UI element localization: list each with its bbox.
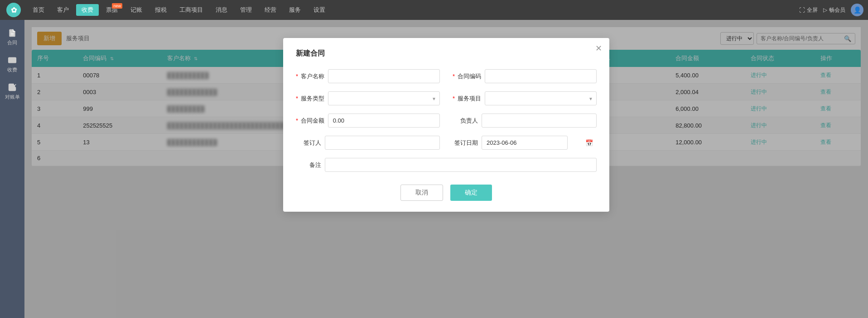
modal-close-button[interactable]: ✕ [595, 44, 602, 52]
service-type-select[interactable] [328, 91, 440, 105]
nav-menu: 首页 客户 收费 票据 new 记账 报税 工商项目 消息 管理 经营 [27, 4, 799, 16]
modal-title: 新建合同 [296, 49, 597, 58]
nav-item-customer[interactable]: 客户 [52, 4, 74, 16]
nav-item-message[interactable]: 消息 [210, 4, 233, 16]
nav-item-tax[interactable]: 报税 [149, 4, 172, 16]
play-icon: ▷ [823, 7, 827, 13]
fullscreen-button[interactable]: ⛶ 全屏 [799, 6, 818, 14]
modal-overlay: 新建合同 ✕ * 客户名称 * 合同编码 [24, 20, 868, 318]
fullscreen-icon: ⛶ [799, 7, 805, 14]
sign-date-field: 签订日期 2023-06-06 📅 [453, 136, 597, 150]
svg-rect-2 [9, 57, 16, 63]
contract-amount-input[interactable]: 0.00 [328, 114, 440, 128]
nav-item-bookkeeping[interactable]: 记账 [125, 4, 148, 16]
sidebar-item-statement[interactable]: 对账单 [1, 79, 24, 104]
sidebar: 合同 收费 对账单 [0, 20, 24, 318]
main-layout: 合同 收费 对账单 新增 服务项目 进行中 已完成 已终止 [0, 20, 868, 318]
nav-item-operation[interactable]: 经营 [259, 4, 282, 16]
confirm-button[interactable]: 确定 [450, 185, 492, 201]
nav-item-home[interactable]: 首页 [27, 4, 50, 16]
responsible-field: 负责人 [453, 114, 597, 128]
service-type-field: * 服务类型 ▼ [296, 91, 440, 105]
avatar-icon: 👤 [854, 6, 861, 14]
top-navigation: ✿ 首页 客户 收费 票据 new 记账 报税 工商项目 消息 管理 [0, 0, 868, 20]
contract-no-field: * 合同编码 [453, 69, 597, 83]
signer-input[interactable] [325, 136, 440, 150]
statement-icon [7, 82, 17, 92]
modal-footer: 取消 确定 [296, 185, 597, 201]
nav-item-settings[interactable]: 设置 [308, 4, 331, 16]
customer-name-field: * 客户名称 [296, 69, 440, 83]
sign-date-input[interactable]: 2023-06-06 [482, 136, 568, 150]
content-area: 新增 服务项目 进行中 已完成 已终止 🔍 序号 [24, 20, 868, 318]
remark-field: 备注 [296, 158, 597, 172]
avatar[interactable]: 👤 [851, 4, 863, 16]
sidebar-item-fee[interactable]: 收费 [1, 52, 24, 77]
modal-form: * 客户名称 * 合同编码 [296, 69, 597, 172]
sidebar-item-contract[interactable]: 合同 [1, 24, 24, 50]
calendar-icon: 📅 [585, 139, 593, 147]
nav-right-area: ⛶ 全屏 ▷ 畅会员 👤 [799, 4, 863, 16]
nav-item-fee[interactable]: 收费 [76, 4, 99, 16]
nav-item-manage[interactable]: 管理 [235, 4, 257, 16]
contract-no-input[interactable] [485, 69, 597, 83]
new-badge: new [112, 3, 122, 9]
signer-field: 签订人 [296, 136, 440, 150]
cancel-button[interactable]: 取消 [400, 185, 443, 201]
service-item-select[interactable] [485, 91, 597, 105]
contract-amount-field: * 合同金额 0.00 [296, 114, 440, 128]
new-contract-modal: 新建合同 ✕ * 客户名称 * 合同编码 [283, 38, 609, 212]
nav-item-service[interactable]: 服务 [284, 4, 306, 16]
app-logo[interactable]: ✿ [5, 1, 23, 19]
member-button[interactable]: ▷ 畅会员 [823, 6, 845, 14]
customer-name-input[interactable] [328, 69, 440, 83]
contract-icon [7, 28, 17, 38]
logo-icon: ✿ [6, 3, 21, 17]
nav-item-invoice[interactable]: 票据 new [101, 4, 123, 16]
service-item-field: * 服务项目 ▼ [453, 91, 597, 105]
nav-item-bizproject[interactable]: 工商项目 [174, 4, 208, 16]
remark-input[interactable] [325, 158, 597, 172]
responsible-input[interactable] [482, 114, 597, 128]
fee-icon [7, 55, 17, 65]
